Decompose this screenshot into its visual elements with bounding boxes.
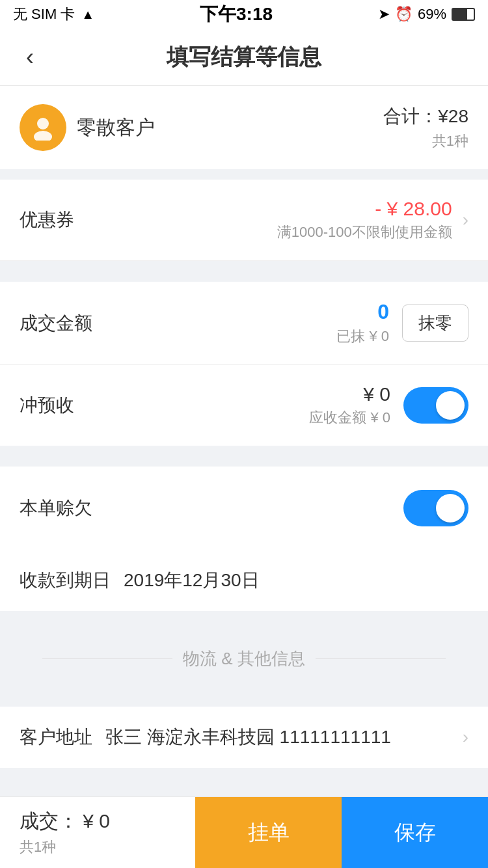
carrier-text: 无 SIM 卡 <box>13 5 75 24</box>
nav-title: 填写结算等信息 <box>167 42 321 72</box>
precollect-amount: ¥ 0 <box>309 383 390 405</box>
wifi-icon: ▲ <box>81 7 94 22</box>
customer-name: 零散客户 <box>77 115 155 141</box>
precollect-toggle[interactable] <box>403 387 468 424</box>
divider-2 <box>0 456 488 467</box>
duedate-label: 收款到期日 <box>20 568 111 593</box>
precollect-sub: 应收金额 ¥ 0 <box>309 408 390 427</box>
status-time: 下午3:18 <box>200 2 273 27</box>
bottom-actions: 挂单 保存 <box>195 797 488 868</box>
precollect-right: ¥ 0 应收金额 ¥ 0 <box>309 383 468 427</box>
precollect-row: 冲预收 ¥ 0 应收金额 ¥ 0 <box>0 365 488 446</box>
back-button[interactable]: ‹ <box>20 37 40 77</box>
divider-1 <box>0 271 488 282</box>
credit-row: 本单赊欠 <box>0 467 488 550</box>
battery-text: 69% <box>418 6 446 23</box>
nav-bar: ‹ 填写结算等信息 <box>0 29 488 86</box>
address-chevron-icon: › <box>463 727 468 748</box>
address-section: 客户地址 张三 海淀永丰科技园 11111111111 › <box>0 707 488 768</box>
duedate-value: 2019年12月30日 <box>124 568 260 593</box>
address-row[interactable]: 客户地址 张三 海淀永丰科技园 11111111111 › <box>0 707 488 768</box>
bottom-count: 共1种 <box>20 837 176 857</box>
coupon-row[interactable]: 优惠券 - ¥ 28.00 满1000-100不限制使用金额 › <box>0 180 488 261</box>
precollect-value-col: ¥ 0 应收金额 ¥ 0 <box>309 383 390 427</box>
status-left: 无 SIM 卡 ▲ <box>13 5 94 24</box>
precollect-label: 冲预收 <box>20 393 74 418</box>
coupon-section: 优惠券 - ¥ 28.00 满1000-100不限制使用金额 › <box>0 180 488 261</box>
deal-value-col: 0 已抹 ¥ 0 <box>336 300 389 346</box>
customer-avatar <box>20 104 66 151</box>
credit-label: 本单赊欠 <box>20 496 92 521</box>
deal-amount-row: 成交金额 0 已抹 ¥ 0 抹零 <box>0 282 488 365</box>
status-right: ➤ ⏰ 69% <box>378 6 475 23</box>
round-zero-button[interactable]: 抹零 <box>402 305 468 342</box>
credit-toggle[interactable] <box>403 490 468 526</box>
address-left: 客户地址 张三 海淀永丰科技园 11111111111 <box>20 725 391 750</box>
section-header: 物流 & 其他信息 <box>0 632 488 686</box>
bottom-deal: 成交： ¥ 0 <box>20 808 176 835</box>
battery-icon <box>452 8 475 21</box>
customer-row: 零散客户 合计：¥28 共1种 <box>0 86 488 169</box>
duedate-row[interactable]: 收款到期日 2019年12月30日 <box>0 550 488 611</box>
address-label: 客户地址 <box>20 725 92 750</box>
credit-section: 本单赊欠 收款到期日 2019年12月30日 <box>0 467 488 611</box>
coupon-right: - ¥ 28.00 满1000-100不限制使用金额 › <box>277 198 468 242</box>
deal-amount-sub: 已抹 ¥ 0 <box>336 327 389 346</box>
pending-button[interactable]: 挂单 <box>195 797 342 868</box>
save-button[interactable]: 保存 <box>342 797 488 868</box>
customer-summary: 合计：¥28 共1种 <box>383 104 468 151</box>
location-icon: ➤ <box>378 6 390 23</box>
customer-left: 零散客户 <box>20 104 155 151</box>
coupon-chevron-icon: › <box>463 210 468 230</box>
alarm-icon: ⏰ <box>395 6 413 23</box>
customer-total: 合计：¥28 <box>383 104 468 129</box>
coupon-label: 优惠券 <box>20 208 74 232</box>
bottom-deal-label: 成交： <box>20 810 78 832</box>
coupon-amount: - ¥ 28.00 <box>277 198 452 220</box>
status-bar: 无 SIM 卡 ▲ 下午3:18 ➤ ⏰ 69% <box>0 0 488 29</box>
svg-point-1 <box>34 131 52 141</box>
deal-section: 成交金额 0 已抹 ¥ 0 抹零 冲预收 ¥ 0 应收金额 ¥ 0 <box>0 282 488 446</box>
deal-right: 0 已抹 ¥ 0 抹零 <box>336 300 468 346</box>
divider-4 <box>0 696 488 707</box>
content: 零散客户 合计：¥28 共1种 优惠券 - ¥ 28.00 满1000-100不… <box>0 86 488 856</box>
deal-amount-label: 成交金额 <box>20 311 92 336</box>
deal-amount-value: 0 <box>336 300 389 324</box>
coupon-desc: 满1000-100不限制使用金额 <box>277 223 452 242</box>
bottom-bar: 成交： ¥ 0 共1种 挂单 保存 <box>0 796 488 868</box>
bottom-deal-amount: ¥ 0 <box>83 810 110 832</box>
divider-3 <box>0 621 488 632</box>
svg-point-0 <box>37 118 49 129</box>
address-value: 张三 海淀永丰科技园 11111111111 <box>105 725 391 750</box>
bottom-summary: 成交： ¥ 0 共1种 <box>0 808 195 857</box>
section-header-label: 物流 & 其他信息 <box>183 647 305 670</box>
customer-count: 共1种 <box>383 131 468 151</box>
coupon-value: - ¥ 28.00 满1000-100不限制使用金额 <box>277 198 452 242</box>
